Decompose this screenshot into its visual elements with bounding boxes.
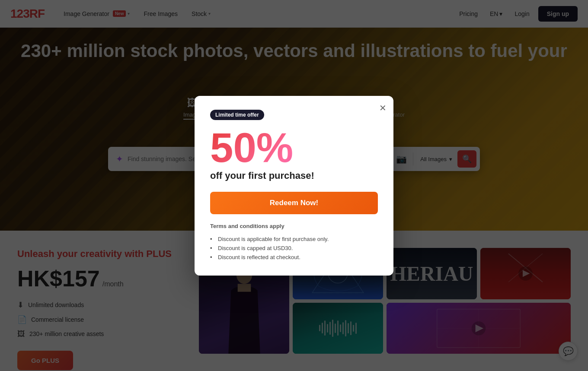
modal-close-button[interactable]: ✕: [379, 103, 387, 113]
bullet-2: Discount is capped at USD30.: [210, 244, 378, 253]
redeem-button[interactable]: Redeem Now!: [210, 192, 378, 214]
bullet-3: Discount is reflected at checkout.: [210, 253, 378, 262]
modal-overlay[interactable]: ✕ Limited time offer 50% off your first …: [0, 0, 588, 371]
modal-subtitle: off your first purchase!: [210, 170, 378, 181]
promo-modal: ✕ Limited time offer 50% off your first …: [195, 96, 393, 276]
modal-badge: Limited time offer: [210, 110, 264, 120]
modal-percent: 50%: [210, 127, 378, 168]
modal-terms-title: Terms and conditions apply: [210, 223, 378, 229]
bullet-1: Discount is applicable for first purchas…: [210, 235, 378, 244]
modal-bullets: Discount is applicable for first purchas…: [210, 235, 378, 262]
